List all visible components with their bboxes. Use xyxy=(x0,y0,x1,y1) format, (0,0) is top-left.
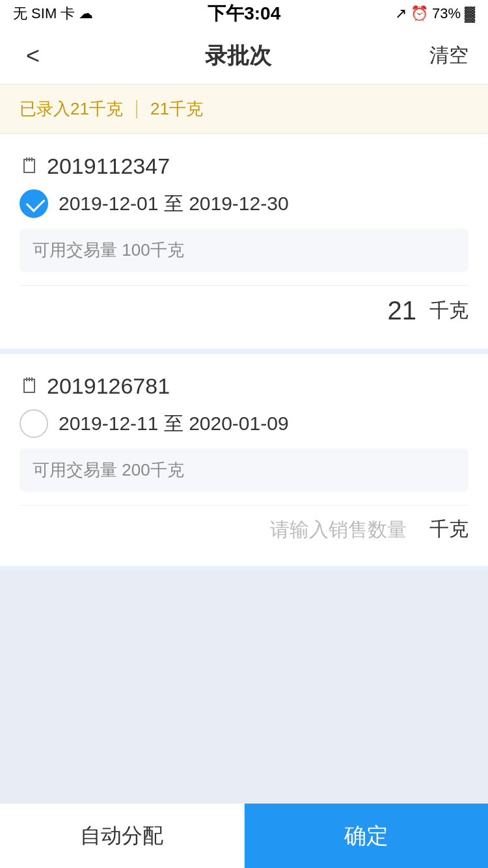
confirm-button[interactable]: 确定 xyxy=(245,804,489,868)
batch-radio-2[interactable] xyxy=(20,409,48,438)
status-time: 下午3:04 xyxy=(208,1,280,26)
blue-separator-2 xyxy=(0,566,488,571)
batch-date-row-2: 2019-12-11 至 2020-01-09 xyxy=(20,409,468,438)
quantity-value-1: 21 xyxy=(388,296,417,325)
batch-radio-1[interactable] xyxy=(20,189,48,218)
summary-divider xyxy=(136,100,137,118)
battery-percent: 73% xyxy=(432,5,461,22)
status-left: 无 SIM 卡 ☁ xyxy=(13,4,93,23)
quantity-input-2[interactable] xyxy=(20,519,416,541)
recorded-amount: 已录入21千克 xyxy=(20,98,123,120)
battery-icon: ▓ xyxy=(465,5,475,22)
batch-date-row-1: 2019-12-01 至 2019-12-30 xyxy=(20,189,468,218)
batch-id-icon-1: 🗒 xyxy=(20,154,40,178)
batch-item-2: 🗒 2019126781 2019-12-11 至 2020-01-09 可用交… xyxy=(0,354,488,566)
auto-distribute-button[interactable]: 自动分配 xyxy=(0,804,245,868)
alarm-icon: ⏰ xyxy=(411,5,428,22)
batch-date-2: 2019-12-11 至 2020-01-09 xyxy=(59,411,289,437)
sim-label: 无 SIM 卡 ☁ xyxy=(13,4,93,23)
nav-bar: < 录批次 清空 xyxy=(0,27,488,85)
page-title: 录批次 xyxy=(205,41,271,71)
batch-id-2: 2019126781 xyxy=(47,373,170,399)
clear-button[interactable]: 清空 xyxy=(429,42,468,69)
bottom-bar: 自动分配 确定 xyxy=(0,803,488,868)
summary-bar: 已录入21千克 21千克 xyxy=(0,85,488,134)
batch-item-1: 🗒 2019112347 2019-12-01 至 2019-12-30 可用交… xyxy=(0,134,488,349)
batch-quantity-row-1: 21 千克 xyxy=(20,285,468,336)
back-button[interactable]: < xyxy=(20,36,46,76)
quantity-unit-1: 千克 xyxy=(429,297,468,324)
batch-header-1: 🗒 2019112347 xyxy=(20,154,468,179)
status-bar: 无 SIM 卡 ☁ 下午3:04 ↗ ⏰ 73% ▓ xyxy=(0,0,488,27)
batch-available-1: 可用交易量 100千克 xyxy=(20,228,468,272)
batch-id-icon-2: 🗒 xyxy=(20,374,40,398)
batch-list: 🗒 2019112347 2019-12-01 至 2019-12-30 可用交… xyxy=(0,134,488,571)
location-icon: ↗ xyxy=(395,5,407,22)
quantity-unit-2: 千克 xyxy=(429,516,468,543)
total-amount: 21千克 xyxy=(150,98,203,120)
blue-separator-1 xyxy=(0,349,488,354)
batch-header-2: 🗒 2019126781 xyxy=(20,373,468,399)
batch-input-row-2: 千克 xyxy=(20,505,468,553)
batch-available-2: 可用交易量 200千克 xyxy=(20,448,468,492)
batch-id-1: 2019112347 xyxy=(47,154,170,179)
status-right: ↗ ⏰ 73% ▓ xyxy=(395,5,475,22)
batch-date-1: 2019-12-01 至 2019-12-30 xyxy=(59,191,289,217)
